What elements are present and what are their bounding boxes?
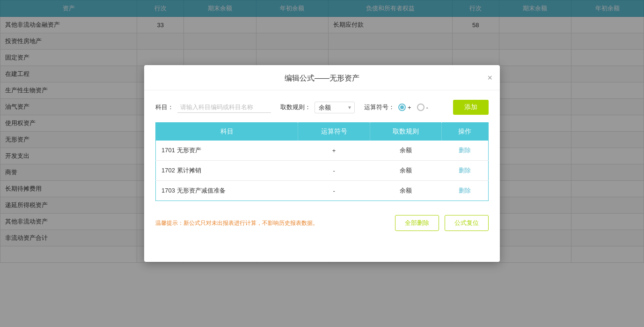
modal-overlay: 编辑公式——无形资产 × 科目： 取数规则： 余额 借方 贷方 期末余额 ▼	[0, 0, 644, 327]
rule-label: 取数规则：	[280, 103, 311, 111]
subject-input[interactable]	[177, 102, 271, 113]
row-subject: 1702 累计摊销	[156, 161, 298, 181]
operator-minus-radio[interactable]: -	[417, 104, 428, 111]
col-subject: 科目	[156, 123, 298, 141]
row-action: 删除	[441, 181, 488, 201]
formula-form-row: 科目： 取数规则： 余额 借方 贷方 期末余额 ▼ 运算符号：	[144, 90, 500, 122]
operator-plus-radio[interactable]: +	[398, 104, 411, 111]
table-row: 1703 无形资产减值准备-余额删除	[156, 181, 489, 201]
row-action: 删除	[441, 141, 488, 161]
radio-minus-circle	[417, 104, 424, 111]
operator-minus-label: -	[426, 104, 428, 111]
modal-close-button[interactable]: ×	[487, 74, 492, 82]
formula-table: 科目 运算符号 取数规则 操作 1701 无形资产+余额删除1702 累计摊销-…	[155, 122, 489, 201]
rule-select-wrapper: 余额 借方 贷方 期末余额 ▼	[315, 102, 355, 113]
rule-select[interactable]: 余额 借方 贷方 期末余额	[315, 102, 355, 113]
radio-plus-circle	[398, 104, 406, 111]
operator-radio-group: + -	[398, 104, 428, 111]
edit-formula-modal: 编辑公式——无形资产 × 科目： 取数规则： 余额 借方 贷方 期末余额 ▼	[144, 65, 500, 262]
col-action: 操作	[441, 123, 488, 141]
delete-row-button[interactable]: 删除	[459, 167, 471, 174]
subject-label: 科目：	[155, 103, 174, 111]
row-operator: +	[298, 141, 370, 161]
footer-buttons: 全部删除 公式复位	[395, 215, 489, 231]
modal-footer: 温馨提示：新公式只对未出报表进行计算，不影响历史报表数据。 全部删除 公式复位	[144, 208, 500, 240]
delete-row-button[interactable]: 删除	[459, 187, 471, 194]
row-subject: 1703 无形资产减值准备	[156, 181, 298, 201]
row-operator: -	[298, 161, 370, 181]
table-row: 1701 无形资产+余额删除	[156, 141, 489, 161]
formula-table-area: 科目 运算符号 取数规则 操作 1701 无形资产+余额删除1702 累计摊销-…	[144, 122, 500, 208]
modal-title: 编辑公式——无形资产	[285, 74, 359, 83]
delete-all-button[interactable]: 全部删除	[395, 215, 439, 231]
reset-formula-button[interactable]: 公式复位	[445, 215, 489, 231]
operator-label: 运算符号：	[364, 103, 395, 111]
modal-header: 编辑公式——无形资产 ×	[144, 65, 500, 90]
operator-group: 运算符号： + -	[364, 103, 428, 111]
col-operator: 运算符号	[298, 123, 370, 141]
table-row: 1702 累计摊销-余额删除	[156, 161, 489, 181]
add-button[interactable]: 添加	[453, 100, 489, 115]
subject-group: 科目：	[155, 102, 271, 113]
table-header-row: 科目 运算符号 取数规则 操作	[156, 123, 489, 141]
row-action: 删除	[441, 161, 488, 181]
row-operator: -	[298, 181, 370, 201]
delete-row-button[interactable]: 删除	[459, 147, 471, 154]
rule-group: 取数规则： 余额 借方 贷方 期末余额 ▼	[280, 102, 355, 113]
row-subject: 1701 无形资产	[156, 141, 298, 161]
row-rule: 余额	[370, 181, 441, 201]
operator-plus-label: +	[408, 104, 411, 111]
row-rule: 余额	[370, 161, 441, 181]
footer-hint: 温馨提示：新公式只对未出报表进行计算，不影响历史报表数据。	[155, 219, 318, 227]
col-rule: 取数规则	[370, 123, 441, 141]
row-rule: 余额	[370, 141, 441, 161]
